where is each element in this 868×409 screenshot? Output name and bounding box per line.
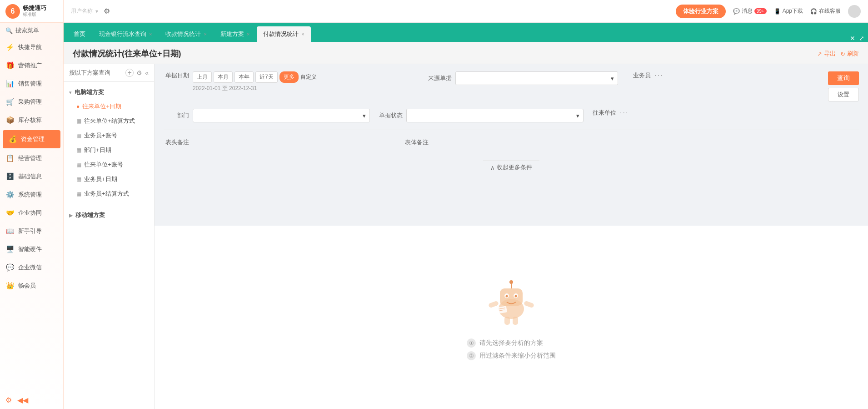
- sidebar-item-label: 企业微信: [18, 263, 42, 272]
- custom-btn[interactable]: 自定义: [300, 73, 317, 81]
- settings-bottom-icon[interactable]: ⚙: [5, 396, 12, 404]
- export-icon: ↗: [817, 50, 822, 57]
- header-note-input[interactable]: [193, 136, 396, 149]
- body-note-input[interactable]: [432, 136, 635, 149]
- source-chevron-icon: ▾: [611, 75, 614, 82]
- tab-payment-detail[interactable]: 付款情况统计 ×: [257, 26, 310, 42]
- date-btn-more[interactable]: 更多: [279, 71, 299, 83]
- member-icon: 👑: [5, 281, 15, 290]
- scheme-item-label: 往来单位+日期: [82, 102, 121, 111]
- refresh-label: 刷新: [847, 50, 859, 58]
- tab-close-icon[interactable]: ×: [247, 31, 249, 37]
- collapse-label: 收起更多条件: [497, 163, 532, 172]
- expand-tab-icon[interactable]: ⤢: [859, 35, 864, 42]
- scheme-item-radio-icon: ●: [76, 103, 80, 110]
- search-menu[interactable]: 🔍 搜索菜单: [0, 23, 63, 38]
- sidebar-item-wechat[interactable]: 💬 企业微信: [0, 258, 63, 277]
- mobile-group-header[interactable]: ▶ 移动端方案: [64, 208, 154, 222]
- sidebar-item-hardware[interactable]: 🖥️ 智能硬件: [0, 240, 63, 258]
- svg-rect-8: [488, 300, 499, 308]
- header-actions: ↗ 导出 ↻ 刷新: [817, 50, 859, 58]
- scheme-panel-header: 按以下方案查询 + ⚙ «: [64, 64, 154, 82]
- tab-close-icon[interactable]: ×: [204, 31, 206, 37]
- svg-rect-11: [513, 317, 518, 325]
- empty-state: ① 请先选择要分析的方案 ② 用过滤条件来缩小分析范围: [467, 275, 556, 360]
- topbar-settings-icon[interactable]: ⚙: [104, 7, 110, 15]
- tab-payment-stats[interactable]: 收款情况统计 ×: [159, 26, 213, 42]
- scheme-item-contact-account[interactable]: ▦ 往来单位+账号: [64, 157, 154, 172]
- tab-home[interactable]: 首页: [67, 26, 92, 42]
- pc-group-header[interactable]: ▾ 电脑端方案: [64, 86, 154, 99]
- close-all-tabs-icon[interactable]: ✕: [850, 35, 855, 42]
- scheme-item-staff-settle[interactable]: ▦ 业务员+结算方式: [64, 187, 154, 201]
- sidebar-item-operations[interactable]: 📋 经营管理: [0, 149, 63, 167]
- notifications-btn[interactable]: 💬 消息 99+: [733, 7, 767, 15]
- collapse-scheme-btn[interactable]: «: [145, 69, 149, 76]
- settings-button[interactable]: 设置: [828, 88, 859, 101]
- content-header: 付款情况统计(往来单位+日期) ↗ 导出 ↻ 刷新: [64, 42, 868, 64]
- dept-select[interactable]: ▾: [193, 109, 370, 122]
- tab-bank-flow[interactable]: 现金银行流水查询 ×: [93, 26, 158, 42]
- scheme-item-staff-account[interactable]: ▦ 业务员+账号: [64, 128, 154, 143]
- base-info-icon: 🗄️: [5, 172, 15, 181]
- export-label: 导出: [824, 50, 836, 58]
- online-service-btn[interactable]: 🎧 在线客服: [810, 7, 841, 15]
- tab-new-scheme[interactable]: 新建方案 ×: [214, 26, 256, 42]
- sidebar-item-finance[interactable]: 💰 资金管理: [3, 130, 60, 148]
- tab-close-icon[interactable]: ×: [149, 31, 152, 37]
- trial-button[interactable]: 体验行业方案: [676, 5, 726, 18]
- scheme-item-contact-date[interactable]: ● 往来单位+日期: [64, 99, 154, 114]
- app-download-btn[interactable]: 📱 App下载: [774, 7, 803, 15]
- query-button[interactable]: 查询: [828, 71, 859, 85]
- refresh-icon: ↻: [840, 50, 845, 57]
- date-btn-this-month[interactable]: 本月: [214, 71, 233, 83]
- sidebar-item-label: 基础信息: [18, 172, 42, 181]
- dept-filter-group: 部门 ▾: [164, 109, 370, 122]
- date-range-display: 2022-01-01 至 2022-12-31: [193, 85, 317, 92]
- sidebar-item-label: 营销推广: [18, 61, 42, 70]
- sidebar-item-marketing[interactable]: 🎁 营销推广: [0, 56, 63, 75]
- tip-text-1: 请先选择要分析的方案: [479, 339, 543, 347]
- source-select[interactable]: ▾: [455, 71, 618, 85]
- collapse-section: 表头备注 表体备注: [164, 130, 859, 149]
- sidebar-item-label: 采购管理: [18, 98, 42, 106]
- collapse-arrow-icon: ∧: [490, 164, 495, 171]
- collapse-more-btn[interactable]: ∧ 收起更多条件: [483, 160, 539, 174]
- sidebar-item-system[interactable]: ⚙️ 系统管理: [0, 186, 63, 204]
- sidebar-item-base-info[interactable]: 🗄️ 基础信息: [0, 167, 63, 186]
- refresh-button[interactable]: ↻ 刷新: [840, 50, 859, 58]
- tip-num-2: ②: [467, 351, 476, 360]
- sidebar-item-quick-nav[interactable]: ⚡ 快捷导航: [0, 38, 63, 56]
- scheme-settings-btn[interactable]: ⚙: [136, 69, 142, 76]
- sidebar-item-label: 经营管理: [18, 154, 42, 162]
- date-btn-7days[interactable]: 近7天: [255, 71, 278, 83]
- sidebar-nav: ⚡ 快捷导航 🎁 营销推广 📊 销售管理 🛒 采购管理 📦 库存核算 💰 资金管…: [0, 38, 63, 391]
- sidebar-item-inventory[interactable]: 📦 库存核算: [0, 111, 63, 129]
- order-status-select[interactable]: ▾: [406, 109, 584, 122]
- sidebar-item-member[interactable]: 👑 畅会员: [0, 277, 63, 295]
- tab-close-icon[interactable]: ×: [301, 31, 304, 37]
- marketing-icon: 🎁: [5, 61, 15, 70]
- staff-dots-btn[interactable]: ···: [654, 71, 663, 80]
- wechat-icon: 💬: [5, 263, 15, 272]
- user-avatar[interactable]: [848, 5, 861, 18]
- sidebar-item-sales[interactable]: 📊 销售管理: [0, 75, 63, 93]
- chevron-down-icon[interactable]: ▾: [95, 8, 98, 15]
- collapse-sidebar-icon[interactable]: ◀◀: [17, 396, 28, 404]
- export-button[interactable]: ↗ 导出: [817, 50, 836, 58]
- date-btn-last-month[interactable]: 上月: [193, 71, 212, 83]
- scheme-item-staff-date[interactable]: ▦ 业务员+日期: [64, 172, 154, 187]
- guide-icon: 📖: [5, 227, 15, 236]
- sidebar-item-cooperation[interactable]: 🤝 企业协同: [0, 204, 63, 222]
- sidebar-item-label: 畅会员: [18, 282, 36, 290]
- date-range-text: 2022-01-01 至 2022-12-31: [193, 85, 257, 92]
- add-scheme-btn[interactable]: +: [125, 69, 134, 77]
- contact-dots-btn[interactable]: ···: [620, 109, 629, 117]
- date-btn-this-year[interactable]: 本年: [234, 71, 254, 83]
- scheme-item-contact-settle[interactable]: ▦ 往来单位+结算方式: [64, 114, 154, 128]
- pc-group-arrow: ▾: [69, 90, 72, 96]
- sidebar-item-purchase[interactable]: 🛒 采购管理: [0, 93, 63, 111]
- sidebar-item-guide[interactable]: 📖 新手引导: [0, 222, 63, 240]
- scheme-item-label: 业务员+结算方式: [84, 190, 129, 198]
- scheme-item-dept-date[interactable]: ▦ 部门+日期: [64, 143, 154, 157]
